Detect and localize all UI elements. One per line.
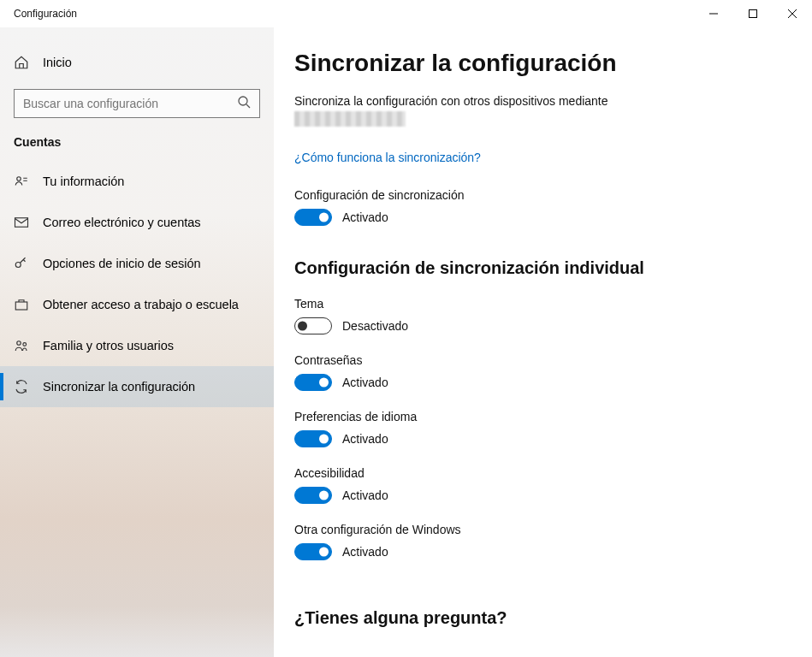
toggle-other-windows[interactable] — [294, 543, 332, 560]
person-card-icon — [14, 174, 29, 189]
svg-point-4 — [15, 263, 21, 268]
sync-icon — [14, 379, 29, 394]
titlebar: Configuración — [0, 0, 812, 27]
close-icon — [788, 9, 797, 18]
toggle-theme[interactable] — [294, 317, 332, 334]
mail-icon — [14, 215, 29, 230]
sidebar-item-label: Familia y otros usuarios — [43, 339, 174, 352]
help-heading: ¿Tienes alguna pregunta? — [294, 608, 778, 628]
svg-point-2 — [17, 177, 21, 181]
sidebar-item-family-users[interactable]: Familia y otros usuarios — [0, 325, 274, 366]
master-toggle-label: Configuración de sincronización — [294, 188, 778, 202]
sidebar: Inicio Cuentas Tu información Correo ele… — [0, 27, 274, 657]
sidebar-item-label: Obtener acceso a trabajo o escuela — [43, 298, 239, 311]
toggle-state-text: Desactivado — [342, 319, 408, 333]
window-title: Configuración — [14, 8, 77, 20]
home-icon — [14, 55, 29, 70]
key-icon — [14, 256, 29, 271]
setting-label-passwords: Contraseñas — [294, 353, 778, 367]
maximize-button[interactable] — [733, 0, 773, 27]
intro-text: Sincroniza la configuración con otros di… — [294, 94, 778, 108]
minimize-button[interactable] — [694, 0, 733, 27]
sidebar-item-email-accounts[interactable]: Correo electrónico y cuentas — [0, 202, 274, 243]
setting-label-language: Preferencias de idioma — [294, 410, 778, 423]
toggle-state-text: Activado — [342, 432, 388, 446]
individual-sync-heading: Configuración de sincronización individu… — [294, 258, 778, 278]
toggle-passwords[interactable] — [294, 374, 332, 391]
sidebar-item-label: Tu información — [43, 175, 124, 188]
svg-rect-0 — [750, 10, 757, 18]
home-label: Inicio — [43, 56, 72, 69]
toggle-state-text: Activado — [342, 545, 388, 559]
toggle-state-text: Activado — [342, 376, 388, 389]
search-input[interactable] — [23, 97, 237, 110]
toggle-accessibility[interactable] — [294, 487, 332, 504]
briefcase-icon — [14, 297, 29, 312]
setting-label-accessibility: Accesibilidad — [294, 466, 778, 480]
sidebar-item-label: Opciones de inicio de sesión — [43, 257, 201, 270]
sidebar-item-label: Sincronizar la configuración — [43, 380, 195, 394]
maximize-icon — [749, 9, 757, 18]
search-icon — [237, 95, 251, 112]
toggle-state-text: Activado — [342, 488, 388, 502]
sidebar-item-your-info[interactable]: Tu información — [0, 161, 274, 202]
toggle-state-text: Activado — [342, 210, 388, 224]
sidebar-item-label: Correo electrónico y cuentas — [43, 216, 201, 229]
account-email-redacted — [294, 111, 406, 127]
close-button[interactable] — [773, 0, 812, 27]
how-sync-works-link[interactable]: ¿Cómo funciona la sincronización? — [294, 151, 778, 164]
svg-rect-3 — [15, 218, 28, 228]
master-sync-toggle[interactable] — [294, 209, 332, 226]
sidebar-section-header: Cuentas — [0, 135, 274, 161]
sidebar-item-sync-settings[interactable]: Sincronizar la configuración — [0, 366, 274, 407]
main-content: Sincronizar la configuración Sincroniza … — [274, 27, 812, 657]
setting-label-other-windows: Otra configuración de Windows — [294, 523, 778, 536]
svg-point-6 — [17, 341, 21, 346]
toggle-language[interactable] — [294, 430, 332, 447]
sidebar-item-signin-options[interactable]: Opciones de inicio de sesión — [0, 243, 274, 284]
svg-rect-5 — [15, 302, 27, 310]
page-title: Sincronizar la configuración — [294, 50, 778, 77]
minimize-icon — [709, 9, 718, 18]
window-controls — [694, 0, 812, 27]
sidebar-item-work-school[interactable]: Obtener acceso a trabajo o escuela — [0, 284, 274, 325]
setting-label-theme: Tema — [294, 297, 778, 311]
search-box[interactable] — [14, 89, 260, 118]
svg-point-1 — [239, 97, 247, 105]
svg-point-7 — [23, 343, 27, 346]
home-link[interactable]: Inicio — [0, 46, 274, 79]
people-icon — [14, 338, 29, 353]
